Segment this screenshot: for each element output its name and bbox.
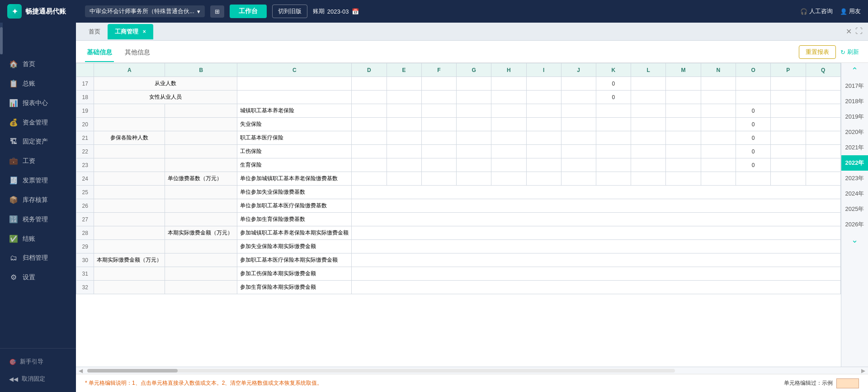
cell-24-p[interactable] xyxy=(771,172,806,186)
cell-23-c[interactable]: 生育保险 xyxy=(237,158,352,172)
cell-19-d[interactable] xyxy=(352,104,387,118)
cell-22-m[interactable] xyxy=(666,145,701,158)
sidebar-item-inventory[interactable]: 📦 库存核算 xyxy=(0,190,76,210)
year-scroll-down[interactable]: ⌄ xyxy=(841,232,868,248)
cell-17-ab[interactable]: 从业人数 xyxy=(94,77,237,91)
cell-19-q[interactable] xyxy=(806,104,841,118)
cell-18-e[interactable] xyxy=(387,91,421,104)
cell-19-p[interactable] xyxy=(771,104,806,118)
cell-24-q[interactable] xyxy=(806,172,841,186)
cell-17-f[interactable] xyxy=(421,77,456,91)
cell-29-a[interactable] xyxy=(94,240,165,253)
sidebar-item-settings[interactable]: ⚙ 设置 xyxy=(0,268,76,287)
sidebar-item-unpin[interactable]: ◀◀ 取消固定 xyxy=(0,370,76,387)
cell-19-k[interactable] xyxy=(596,104,631,118)
cell-22-e[interactable] xyxy=(387,145,421,158)
cell-22-j[interactable] xyxy=(561,145,596,158)
year-item-2021[interactable]: 2021年 xyxy=(841,140,868,155)
cell-21-m[interactable] xyxy=(666,131,701,145)
workbench-button[interactable]: 工作台 xyxy=(230,5,267,18)
cell-23-n[interactable] xyxy=(701,158,736,172)
cell-21-f[interactable] xyxy=(421,131,456,145)
cell-25-rest[interactable] xyxy=(352,186,841,199)
cell-27-rest[interactable] xyxy=(352,213,841,226)
cell-24-k[interactable] xyxy=(596,172,631,186)
cell-29-b[interactable] xyxy=(165,240,237,253)
cell-21-e[interactable] xyxy=(387,131,421,145)
cell-22-h[interactable] xyxy=(491,145,526,158)
cell-19-c[interactable]: 城镇职工基本养老保险 xyxy=(237,104,352,118)
cell-18-o[interactable] xyxy=(736,91,770,104)
cell-19-b[interactable] xyxy=(165,104,237,118)
scroll-right-btn[interactable]: ▶ xyxy=(859,368,868,374)
cell-18-p[interactable] xyxy=(771,91,806,104)
old-version-button[interactable]: 切到旧版 xyxy=(272,5,307,18)
cell-23-b[interactable] xyxy=(165,158,237,172)
cell-21-o[interactable]: 0 xyxy=(736,131,770,145)
cell-31-a[interactable] xyxy=(94,267,165,281)
cell-24-e[interactable] xyxy=(387,172,421,186)
cell-21-a[interactable]: 参保各险种人数 xyxy=(94,131,165,145)
cell-18-k[interactable]: 0 xyxy=(596,91,631,104)
sidebar-item-tax[interactable]: 🔢 税务管理 xyxy=(0,210,76,229)
cell-23-q[interactable] xyxy=(806,158,841,172)
cell-27-b[interactable] xyxy=(165,213,237,226)
cell-21-p[interactable] xyxy=(771,131,806,145)
cell-20-g[interactable] xyxy=(456,118,491,131)
cell-20-b[interactable] xyxy=(165,118,237,131)
cell-21-b[interactable] xyxy=(165,131,237,145)
cell-21-d[interactable] xyxy=(352,131,387,145)
cell-20-f[interactable] xyxy=(421,118,456,131)
cell-25-a[interactable] xyxy=(94,186,165,199)
cell-19-n[interactable] xyxy=(701,104,736,118)
cell-18-i[interactable] xyxy=(526,91,561,104)
cell-22-l[interactable] xyxy=(631,145,666,158)
cell-24-o[interactable] xyxy=(736,172,770,186)
cell-23-e[interactable] xyxy=(387,158,421,172)
reset-report-button[interactable]: 重置报表 xyxy=(799,45,836,59)
cell-19-m[interactable] xyxy=(666,104,701,118)
cell-31-c[interactable]: 参加工伤保险本期实际缴费金额 xyxy=(237,267,352,281)
cell-17-h[interactable] xyxy=(491,77,526,91)
cell-23-o[interactable]: 0 xyxy=(736,158,770,172)
year-item-2024[interactable]: 2024年 xyxy=(841,186,868,201)
sidebar-item-guide[interactable]: 🎯 新手引导 xyxy=(0,353,76,370)
cell-18-h[interactable] xyxy=(491,91,526,104)
cell-19-e[interactable] xyxy=(387,104,421,118)
cell-20-l[interactable] xyxy=(631,118,666,131)
cell-20-m[interactable] xyxy=(666,118,701,131)
cell-17-p[interactable] xyxy=(771,77,806,91)
cell-32-rest[interactable] xyxy=(352,281,841,294)
cell-29-c[interactable]: 参加失业保险本期实际缴费金额 xyxy=(237,240,352,253)
cell-20-n[interactable] xyxy=(701,118,736,131)
cell-24-i[interactable] xyxy=(526,172,561,186)
cell-17-o[interactable] xyxy=(736,77,770,91)
cell-23-g[interactable] xyxy=(456,158,491,172)
year-item-2022[interactable]: 2022年 xyxy=(841,155,868,171)
cell-20-q[interactable] xyxy=(806,118,841,131)
cell-17-i[interactable] xyxy=(526,77,561,91)
cell-23-h[interactable] xyxy=(491,158,526,172)
cell-19-g[interactable] xyxy=(456,104,491,118)
cell-19-j[interactable] xyxy=(561,104,596,118)
sidebar-item-assets[interactable]: 🏗 固定资产 xyxy=(0,132,76,151)
year-item-2025[interactable]: 2025年 xyxy=(841,201,868,217)
cell-19-l[interactable] xyxy=(631,104,666,118)
user-menu[interactable]: 👤 用友 xyxy=(840,7,861,15)
cell-19-a[interactable] xyxy=(94,104,165,118)
cell-22-q[interactable] xyxy=(806,145,841,158)
cell-26-a[interactable] xyxy=(94,199,165,213)
cell-17-m[interactable] xyxy=(666,77,701,91)
cell-30-b[interactable] xyxy=(165,253,237,267)
cell-21-n[interactable] xyxy=(701,131,736,145)
cell-17-j[interactable] xyxy=(561,77,596,91)
cell-17-e[interactable] xyxy=(387,77,421,91)
cell-20-c[interactable]: 失业保险 xyxy=(237,118,352,131)
sidebar-item-payroll[interactable]: 💼 工资 xyxy=(0,151,76,171)
h-scroll-thumb[interactable] xyxy=(87,369,178,373)
cell-17-l[interactable] xyxy=(631,77,666,91)
cell-23-d[interactable] xyxy=(352,158,387,172)
cell-27-c[interactable]: 单位参加生育保险缴费基数 xyxy=(237,213,352,226)
cell-22-k[interactable] xyxy=(596,145,631,158)
cell-31-rest[interactable] xyxy=(352,267,841,281)
